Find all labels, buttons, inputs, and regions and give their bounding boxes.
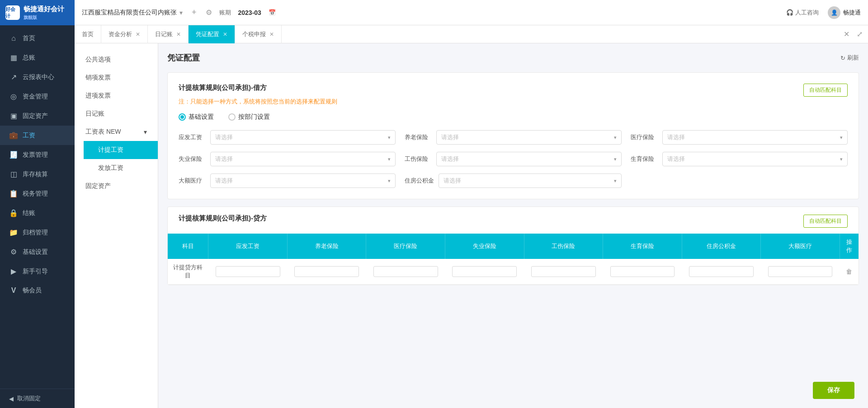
user-menu[interactable]: 👤 畅捷通 (828, 6, 861, 19)
tab-close-icon[interactable]: ✕ (136, 31, 140, 38)
cancel-fixed-label: 取消固定 (17, 394, 41, 403)
tab-tax[interactable]: 个税申报 ✕ (235, 25, 282, 43)
radio-dept[interactable]: 按部门设置 (228, 113, 270, 121)
dropdown-arrow-icon: ▾ (388, 178, 391, 184)
tab-label: 日记账 (155, 30, 173, 38)
user-name: 畅捷通 (843, 9, 861, 17)
left-nav-fixed-asset[interactable]: 固定资产 (75, 177, 158, 195)
left-nav-journal[interactable]: 日记账 (75, 105, 158, 123)
left-nav-label: 发放工资 (98, 164, 123, 171)
left-nav-calc-wage[interactable]: 计提工资 (84, 141, 158, 159)
radio-basic[interactable]: 基础设置 (179, 113, 214, 121)
sidebar-item-invoice[interactable]: 🧾 发票管理 (0, 145, 75, 164)
sidebar-item-archive[interactable]: 📁 归档管理 (0, 223, 75, 242)
save-button[interactable]: 保存 (813, 382, 854, 399)
credit-auto-match-button[interactable]: 自动匹配科目 (803, 215, 848, 228)
ledger-icon: ▦ (9, 53, 18, 62)
tab-close-icon[interactable]: ✕ (223, 31, 227, 38)
tab-voucher[interactable]: 凭证配置 ✕ (189, 25, 235, 43)
select-placeholder: 请选择 (441, 155, 459, 163)
company-selector[interactable]: 江西服宝精品有限责任公司内账张 ▾ (82, 9, 183, 17)
left-nav-label: 公共选项 (85, 56, 111, 63)
sidebar-item-fund[interactable]: ◎ 资金管理 (0, 87, 75, 106)
select-sheng-yu-baoxian[interactable]: 请选择 ▾ (662, 152, 848, 166)
left-nav-label: 进项发票 (85, 92, 111, 99)
delete-row-button[interactable]: 🗑 (846, 268, 852, 275)
content-area: 公共选项 销项发票 进项发票 日记账 工资表 NEW ▾ 计提工资 (75, 43, 868, 408)
select-ying-fa-gongzi[interactable]: 请选择 ▾ (210, 130, 396, 145)
sidebar-nav: ⌂ 首页 ▦ 总账 ↗ 云报表中心 ◎ 资金管理 ▣ 固定资产 💼 工资 🧾 发… (0, 25, 75, 389)
period-label: 账期 (219, 9, 231, 17)
sidebar-item-settings[interactable]: ⚙ 基础设置 (0, 242, 75, 262)
support-button[interactable]: 🎧 人工咨询 (786, 9, 819, 17)
add-account-button[interactable]: + (190, 8, 198, 17)
sidebar-item-inventory[interactable]: ◫ 库存核算 (0, 164, 75, 184)
sidebar-item-home[interactable]: ⌂ 首页 (0, 29, 75, 48)
input-yanglao[interactable] (294, 266, 359, 277)
debit-section: 计提核算规则(公司承担)-借方 注：只能选择一种方式，系统将按照您当前的选择来配… (167, 72, 859, 199)
field-ying-fa-gongzi: 应发工资 请选择 ▾ (179, 130, 396, 145)
sidebar-item-label: 税务管理 (23, 190, 48, 198)
debit-auto-match-button[interactable]: 自动匹配科目 (803, 84, 848, 97)
dropdown-arrow-icon: ▾ (840, 156, 843, 162)
debit-notice: 注：只能选择一种方式，系统将按照您当前的选择来配置规则 (179, 98, 337, 106)
select-da-e-yiliao[interactable]: 请选择 ▾ (210, 174, 396, 188)
select-yi-liao-baoxian[interactable]: 请选择 ▾ (662, 130, 848, 145)
tab-close-icon[interactable]: ✕ (269, 31, 274, 38)
field-gong-shang-baoxian: 工伤保险 请选择 ▾ (405, 152, 622, 166)
input-gongshang[interactable] (531, 266, 596, 277)
invoice-icon: 🧾 (9, 150, 18, 159)
close-tab-button[interactable]: ✕ (842, 28, 851, 40)
input-shengyu[interactable] (610, 266, 675, 277)
field-da-e-yiliao: 大额医疗 请选择 ▾ (179, 174, 396, 188)
select-zhu-fang-gongjin[interactable]: 请选择 ▾ (439, 174, 622, 188)
select-gong-shang-baoxian[interactable]: 请选择 ▾ (436, 152, 622, 166)
select-shi-ye-baoxian[interactable]: 请选择 ▾ (210, 152, 396, 166)
sidebar-item-label: 工资 (23, 131, 35, 140)
dropdown-arrow-icon: ▾ (614, 135, 617, 141)
select-yang-lao-baoxian[interactable]: 请选择 ▾ (436, 130, 622, 145)
avatar-icon: 👤 (831, 9, 838, 16)
tab-fund[interactable]: 资金分析 ✕ (101, 25, 148, 43)
sidebar-item-payroll[interactable]: 💼 工资 (0, 126, 75, 145)
sidebar-item-fixed-assets[interactable]: ▣ 固定资产 (0, 106, 75, 126)
refresh-button[interactable]: ↻ 刷新 (840, 54, 859, 62)
left-nav-public[interactable]: 公共选项 (75, 51, 158, 69)
left-nav-label: 计提工资 (98, 146, 123, 153)
sidebar-item-close[interactable]: 🔒 结账 (0, 203, 75, 223)
settings-gear-icon[interactable]: ⚙ (206, 8, 212, 17)
vip-icon: V (9, 286, 18, 295)
input-yiliao[interactable] (373, 266, 438, 277)
fund-icon: ◎ (9, 92, 18, 101)
app-version: 旗舰版 (24, 14, 64, 21)
debit-form-grid: 应发工资 请选择 ▾ 养老保险 请选择 ▾ 医疗 (179, 130, 848, 188)
left-nav-sales-invoice[interactable]: 销项发票 (75, 69, 158, 87)
sidebar-item-tax[interactable]: 📋 税务管理 (0, 184, 75, 203)
input-zhufang[interactable] (689, 266, 754, 277)
avatar: 👤 (828, 6, 840, 19)
left-nav-purchase-invoice[interactable]: 进项发票 (75, 87, 158, 105)
input-daeyiliao[interactable] (768, 266, 833, 277)
sidebar-item-guide[interactable]: ▶ 新手引导 (0, 262, 75, 281)
input-yingfa[interactable] (216, 266, 280, 277)
tab-close-icon[interactable]: ✕ (176, 31, 181, 38)
left-nav-wage-table[interactable]: 工资表 NEW ▾ (75, 123, 158, 141)
radio-circle-dept (228, 113, 236, 121)
page-content: 凭证配置 ↻ 刷新 计提核算规则(公司承担)-借方 注：只能选择一种方式，系统将… (158, 43, 868, 408)
expand-button[interactable]: ⤢ (855, 28, 864, 40)
input-shiye[interactable] (452, 266, 517, 277)
sidebar-item-vip[interactable]: V 畅会员 (0, 281, 75, 300)
main-area: 江西服宝精品有限责任公司内账张 ▾ + ⚙ 账期 2023-03 📅 🎧 人工咨… (75, 0, 868, 408)
left-nav-pay-wage[interactable]: 发放工资 (84, 159, 158, 177)
select-placeholder: 请选择 (667, 155, 685, 163)
dropdown-arrow-icon: ▾ (388, 135, 391, 141)
sidebar-item-reports[interactable]: ↗ 云报表中心 (0, 67, 75, 87)
tab-home[interactable]: 首页 (75, 25, 101, 43)
select-placeholder: 请选择 (215, 155, 233, 163)
cancel-fixed-button[interactable]: ◀ 取消固定 (0, 389, 75, 408)
tab-journal[interactable]: 日记账 ✕ (148, 25, 189, 43)
payroll-icon: 💼 (9, 131, 18, 140)
guide-icon: ▶ (9, 267, 18, 276)
calendar-icon[interactable]: 📅 (269, 9, 276, 16)
sidebar-item-ledger[interactable]: ▦ 总账 (0, 48, 75, 67)
